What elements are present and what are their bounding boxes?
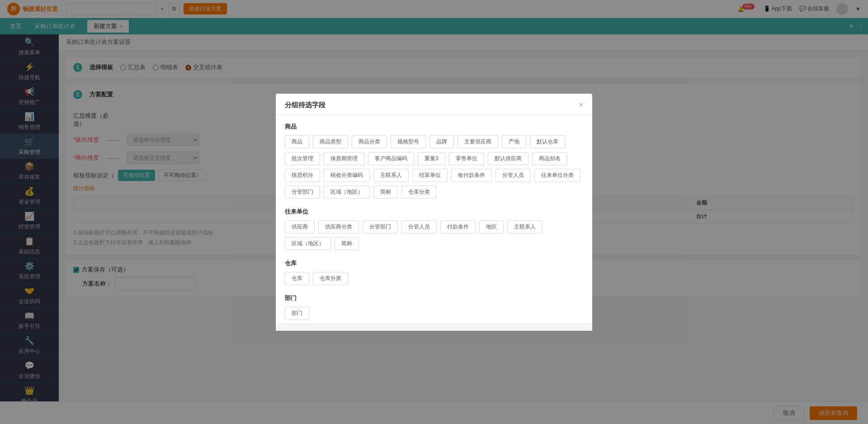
field-tag-spec[interactable]: 规格型号 bbox=[391, 135, 426, 148]
modal-overlay[interactable]: 分组待选字段 × 商品 商品 商品类型 商品分类 规格型号 品牌 主要供应商 产… bbox=[0, 0, 868, 424]
modal-title: 分组待选字段 bbox=[285, 101, 326, 110]
field-tag-brand[interactable]: 品牌 bbox=[429, 135, 454, 148]
field-tag-region2[interactable]: 区域（地区） bbox=[285, 237, 331, 250]
field-tag-main-supplier[interactable]: 主要供应商 bbox=[458, 135, 498, 148]
field-tag-supplier-category[interactable]: 供应商分类 bbox=[318, 220, 359, 233]
goods-field-tags: 商品 商品类型 商品分类 规格型号 品牌 主要供应商 产地 默认仓库 批次管理 … bbox=[285, 135, 583, 199]
field-tag-main-contact2[interactable]: 主联系人 bbox=[507, 220, 542, 233]
field-group-goods: 商品 商品 商品类型 商品分类 规格型号 品牌 主要供应商 产地 默认仓库 批次… bbox=[285, 123, 583, 199]
field-tag-batch-mgmt[interactable]: 批次管理 bbox=[285, 152, 320, 165]
field-tag-manage-dept[interactable]: 分管部门 bbox=[363, 220, 398, 233]
field-tag-warehouse-cat[interactable]: 仓库分类 bbox=[313, 272, 348, 285]
modal-close-icon[interactable]: × bbox=[579, 101, 583, 109]
field-tag-manage-person[interactable]: 分管人员 bbox=[401, 220, 437, 233]
field-tag-dept[interactable]: 分管部门 bbox=[285, 186, 320, 199]
modal-body: 商品 商品 商品类型 商品分类 规格型号 品牌 主要供应商 产地 默认仓库 批次… bbox=[276, 115, 592, 324]
field-tag-abbr2[interactable]: 简称 bbox=[335, 237, 359, 250]
department-field-tags: 部门 bbox=[285, 307, 583, 320]
field-tag-region[interactable]: 区域（地区） bbox=[324, 186, 370, 199]
modal-scrollbar-area bbox=[276, 324, 592, 331]
field-group-warehouse: 仓库 仓库 仓库分类 bbox=[285, 259, 583, 285]
field-tag-pick-score[interactable]: 拣货积分 bbox=[285, 169, 320, 182]
warehouse-field-tags: 仓库 仓库分类 bbox=[285, 272, 583, 285]
field-tag-unit-category[interactable]: 往来单位分类 bbox=[534, 169, 580, 182]
field-tag-shelf-life[interactable]: 保质期管理 bbox=[324, 152, 364, 165]
field-tag-tax-code[interactable]: 税收分类编码 bbox=[324, 169, 370, 182]
field-tag-default-supplier[interactable]: 默认供应商 bbox=[488, 152, 528, 165]
field-tag-default-warehouse[interactable]: 默认仓库 bbox=[530, 135, 565, 148]
field-tag-area[interactable]: 地区 bbox=[479, 220, 504, 233]
modal-dialog: 分组待选字段 × 商品 商品 商品类型 商品分类 规格型号 品牌 主要供应商 产… bbox=[276, 94, 592, 331]
field-tag-origin[interactable]: 产地 bbox=[502, 135, 526, 148]
group-title-goods: 商品 bbox=[285, 123, 583, 131]
field-tag-warehouse[interactable]: 仓库 bbox=[285, 272, 309, 285]
group-title-department: 部门 bbox=[285, 294, 583, 302]
modal-header: 分组待选字段 × bbox=[276, 94, 592, 115]
group-title-warehouse: 仓库 bbox=[285, 259, 583, 267]
field-tag-supervisor[interactable]: 分管人员 bbox=[495, 169, 531, 182]
field-tag-goods-alias[interactable]: 商品别名 bbox=[532, 152, 567, 165]
counterparty-field-tags: 供应商 供应商分类 分管部门 分管人员 付款条件 地区 主联系人 区域（地区） … bbox=[285, 220, 583, 250]
field-tag-main-contact[interactable]: 主联系人 bbox=[373, 169, 409, 182]
field-tag-goods-category[interactable]: 商品分类 bbox=[352, 135, 387, 148]
group-title-counterparty: 往来单位 bbox=[285, 208, 583, 216]
field-tag-goods[interactable]: 商品 bbox=[285, 135, 309, 148]
field-tag-supplier[interactable]: 供应商 bbox=[285, 220, 315, 233]
field-tag-customer-code[interactable]: 客户商品编码 bbox=[368, 152, 414, 165]
field-tag-abbr[interactable]: 简称 bbox=[373, 186, 398, 199]
field-tag-warehouse-category[interactable]: 仓库分类 bbox=[401, 186, 437, 199]
field-tag-payment-cond[interactable]: 付款条件 bbox=[440, 220, 476, 233]
field-tag-goods-type[interactable]: 商品类型 bbox=[313, 135, 348, 148]
field-tag-settle-unit[interactable]: 结算单位 bbox=[412, 169, 448, 182]
field-group-counterparty: 往来单位 供应商 供应商分类 分管部门 分管人员 付款条件 地区 主联系人 区域… bbox=[285, 208, 583, 250]
field-tag-department[interactable]: 部门 bbox=[285, 307, 309, 320]
field-group-department: 部门 部门 bbox=[285, 294, 583, 320]
field-tag-retail-unit[interactable]: 零售单位 bbox=[449, 152, 484, 165]
field-tag-payment-terms[interactable]: 收付款条件 bbox=[451, 169, 492, 182]
field-tag-weight[interactable]: 重量3 bbox=[418, 152, 445, 165]
